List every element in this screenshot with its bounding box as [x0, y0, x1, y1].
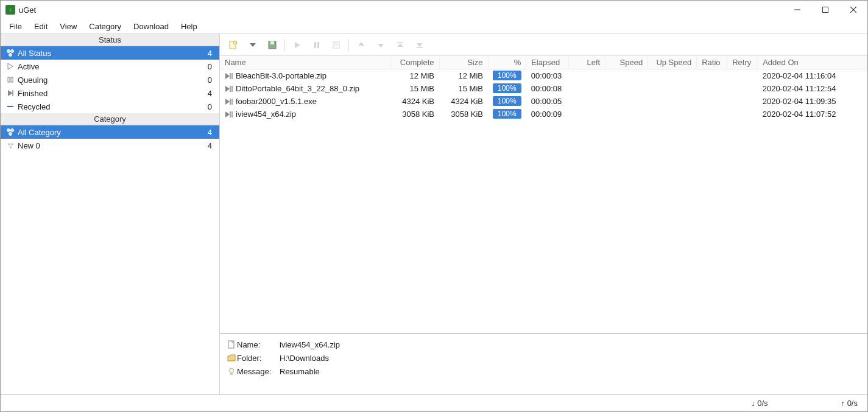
- row-complete: 4324 KiB: [390, 95, 439, 108]
- menu-help[interactable]: Help: [175, 20, 203, 33]
- sidebar-item-label: All Category: [18, 128, 208, 137]
- col-added[interactable]: Added On: [758, 56, 867, 69]
- table-row[interactable]: DittoPortable_64bit_3_22_88_0.zip15 MiB1…: [220, 82, 867, 95]
- col-name[interactable]: Name: [220, 56, 390, 69]
- svg-marker-10: [8, 90, 13, 96]
- row-retry: [727, 95, 758, 108]
- detail-name-label: Name:: [237, 340, 280, 349]
- sidebar-status-header: Status: [1, 34, 219, 46]
- sidebar-item-count: 0: [208, 75, 214, 85]
- row-ratio: [697, 108, 727, 120]
- move-top-button[interactable]: [392, 37, 409, 54]
- row-percent: 100%: [493, 83, 521, 93]
- main-panel: Name Complete Size % Elapsed Left Speed …: [220, 34, 867, 394]
- row-upspeed: [648, 82, 697, 95]
- sidebar-category-all-category[interactable]: All Category4: [1, 125, 219, 139]
- sidebar-status-active[interactable]: Active0: [1, 60, 219, 73]
- row-left: [569, 69, 605, 82]
- app-icon: [5, 5, 15, 15]
- new-download-dropdown[interactable]: [244, 37, 261, 54]
- maximize-button[interactable]: [811, 1, 839, 19]
- row-added: 2020-02-04 11:09:35: [758, 95, 867, 108]
- svg-point-20: [233, 41, 237, 44]
- downloads-table: Name Complete Size % Elapsed Left Speed …: [220, 56, 867, 120]
- col-ratio[interactable]: Ratio: [697, 56, 727, 69]
- move-up-button[interactable]: [353, 37, 370, 54]
- minimize-button[interactable]: [783, 1, 811, 19]
- svg-point-4: [7, 50, 10, 53]
- sidebar-status-finished[interactable]: Finished4: [1, 86, 219, 100]
- row-retry: [727, 69, 758, 82]
- svg-rect-8: [8, 77, 10, 82]
- finished-icon: [5, 89, 15, 97]
- svg-marker-21: [250, 43, 256, 47]
- sidebar-item-label: Queuing: [18, 75, 208, 85]
- row-size: 15 MiB: [439, 82, 488, 95]
- titlebar: uGet: [1, 1, 867, 19]
- svg-point-49: [229, 368, 234, 373]
- row-elapsed: 00:00:08: [526, 82, 569, 95]
- row-retry: [727, 108, 758, 120]
- row-upspeed: [648, 95, 697, 108]
- menu-download[interactable]: Download: [127, 20, 175, 33]
- row-name: BleachBit-3.0-portable.zip: [236, 71, 326, 80]
- svg-point-17: [11, 143, 13, 145]
- row-added: 2020-02-04 11:16:04: [758, 69, 867, 82]
- col-percent[interactable]: %: [488, 56, 526, 69]
- svg-marker-33: [397, 43, 403, 47]
- menu-category[interactable]: Category: [83, 20, 127, 33]
- col-size[interactable]: Size: [439, 56, 488, 69]
- sidebar-status-all[interactable]: All Status4: [1, 46, 219, 60]
- table-row[interactable]: BleachBit-3.0-portable.zip12 MiB12 MiB10…: [220, 69, 867, 82]
- pause-button[interactable]: [308, 37, 325, 54]
- finished-icon: [225, 98, 233, 105]
- close-button[interactable]: [839, 1, 867, 19]
- sidebar-item-count: 0: [208, 102, 214, 111]
- menubar: File Edit View Category Download Help: [1, 19, 867, 33]
- row-upspeed: [648, 108, 697, 120]
- table-row[interactable]: iview454_x64.zip3058 KiB3058 KiB100%00:0…: [220, 108, 867, 120]
- col-elapsed[interactable]: Elapsed: [526, 56, 569, 69]
- sidebar-category-new[interactable]: New 04: [1, 139, 219, 152]
- row-ratio: [697, 69, 727, 82]
- row-complete: 12 MiB: [390, 69, 439, 82]
- start-button[interactable]: [289, 37, 306, 54]
- svg-marker-39: [225, 86, 230, 92]
- row-upspeed: [648, 69, 697, 82]
- statusbar: ↓ 0/s ↑ 0/s: [1, 394, 867, 411]
- save-button[interactable]: [264, 37, 281, 54]
- menu-file[interactable]: File: [3, 20, 28, 33]
- col-retry[interactable]: Retry: [727, 56, 758, 69]
- svg-rect-48: [228, 341, 234, 348]
- detail-message-label: Message:: [237, 367, 280, 376]
- sidebar-item-count: 4: [208, 141, 214, 150]
- sidebar-status-queuing[interactable]: Queuing0: [1, 73, 219, 86]
- col-complete[interactable]: Complete: [390, 56, 439, 69]
- table-row[interactable]: foobar2000_v1.5.1.exe4324 KiB4324 KiB100…: [220, 95, 867, 108]
- row-elapsed: 00:00:05: [526, 95, 569, 108]
- folder-icon: [226, 354, 237, 362]
- move-down-button[interactable]: [372, 37, 389, 54]
- svg-point-16: [8, 143, 10, 145]
- new-download-button[interactable]: [225, 37, 242, 54]
- row-speed: [605, 95, 648, 108]
- svg-point-14: [11, 129, 14, 132]
- col-left[interactable]: Left: [569, 56, 605, 69]
- toolbar: [220, 34, 867, 56]
- properties-button[interactable]: [328, 37, 345, 54]
- sidebar-item-label: Finished: [18, 89, 208, 98]
- finished-icon: [225, 72, 233, 80]
- row-added: 2020-02-04 11:12:54: [758, 82, 867, 95]
- row-percent: 100%: [493, 71, 521, 80]
- row-speed: [605, 82, 648, 95]
- menu-view[interactable]: View: [54, 20, 83, 33]
- col-upspeed[interactable]: Up Speed: [648, 56, 697, 69]
- sidebar-status-recycled[interactable]: Recycled0: [1, 100, 219, 113]
- svg-rect-9: [11, 77, 13, 82]
- col-speed[interactable]: Speed: [605, 56, 648, 69]
- row-size: 3058 KiB: [439, 108, 488, 120]
- row-left: [569, 95, 605, 108]
- svg-marker-42: [225, 99, 230, 105]
- move-bottom-button[interactable]: [411, 37, 428, 54]
- menu-edit[interactable]: Edit: [28, 20, 54, 33]
